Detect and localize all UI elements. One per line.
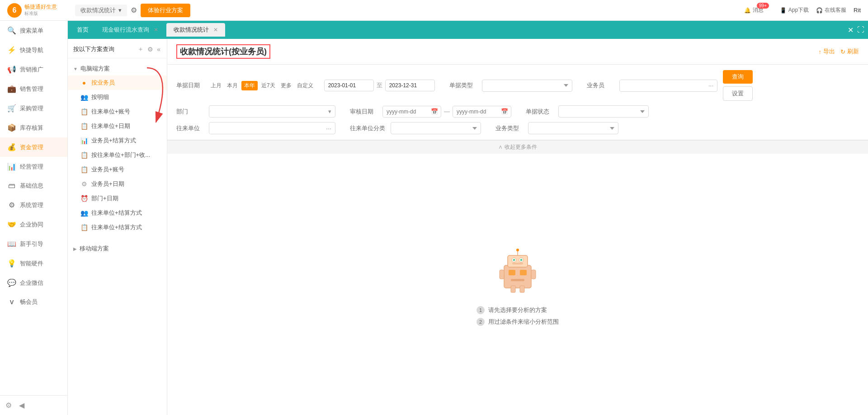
svg-rect-7 <box>520 286 524 292</box>
biz-type-select[interactable] <box>528 122 618 134</box>
counterpart-category-select[interactable] <box>391 122 481 134</box>
svg-rect-0 <box>504 265 531 288</box>
scheme-label-unit-dept: 按往来单位+部门+收... <box>91 151 150 159</box>
scheme-item-unit-date[interactable]: 📋 往来单位+日期 <box>68 119 167 133</box>
page-title: 收款情况统计(按业务员) <box>176 44 270 59</box>
scheme-label-salesman-date: 业务员+日期 <box>91 180 124 188</box>
btn-last-month[interactable]: 上月 <box>209 81 223 90</box>
export-button[interactable]: ↑ 导出 <box>819 47 835 56</box>
salesman-settle-icon: 📊 <box>80 137 88 144</box>
query-button[interactable]: 查询 <box>723 70 753 84</box>
sidebar-item-basic-info[interactable]: 🗃 基础信息 <box>0 176 67 195</box>
audit-calendar-from-icon[interactable]: 📅 <box>428 108 441 115</box>
scheme-item-by-detail[interactable]: 👥 按明细 <box>68 90 167 104</box>
svg-point-15 <box>516 249 519 251</box>
sidebar-item-guide[interactable]: 📖 新手引导 <box>0 234 67 254</box>
sidebar-label-inventory: 库存核算 <box>20 124 43 132</box>
scheme-item-unit-dept-collect[interactable]: 📋 按往来单位+部门+收... <box>68 148 167 162</box>
breadcrumb-arrow: ▾ <box>118 7 122 14</box>
salesman-input[interactable] <box>620 80 705 91</box>
filter-area: 单据日期 上月 本月 本年 近7天 更多 自定义 至 <box>167 65 868 140</box>
sidebar-collapse-button[interactable]: ◀‍ <box>17 399 26 411</box>
tab-collection-close[interactable]: ✕ <box>213 27 218 33</box>
salesman-date-icon: ⚙ <box>80 180 88 188</box>
main-layout: 🔍 搜索菜单 ⚡ 快捷导航 📢 营销推广 💼 销售管理 🛒 采购管理 📦 库存核… <box>0 21 868 415</box>
app-badge: 标准版 <box>24 10 57 17</box>
sidebar-item-search[interactable]: 🔍 搜索菜单 <box>0 21 67 40</box>
btn-last-7-days[interactable]: 近7天 <box>259 81 277 90</box>
scheme-label-salesman-account: 业务员+账号 <box>91 165 124 174</box>
settings-btn[interactable]: 设置 <box>723 86 753 101</box>
counterpart-input[interactable] <box>209 123 322 134</box>
add-scheme-button[interactable]: ＋ <box>137 44 145 54</box>
step-2-text: 用过滤条件来缩小分析范围 <box>488 318 559 326</box>
empty-illustration <box>491 243 545 297</box>
scheme-item-salesman-account[interactable]: 📋 业务员+账号 <box>68 162 167 177</box>
sidebar-item-finance[interactable]: 💰 资金管理 <box>0 137 67 157</box>
svg-rect-4 <box>500 270 504 279</box>
sidebar-item-hardware[interactable]: 💡 智能硬件 <box>0 254 67 273</box>
btn-custom-date[interactable]: 自定义 <box>295 81 315 90</box>
member-icon: V <box>7 299 16 306</box>
collapse-bar[interactable]: ∧ 收起更多条件 <box>167 140 868 154</box>
sidebar-item-quick-nav[interactable]: ⚡ 快捷导航 <box>0 40 67 60</box>
btn-this-year[interactable]: 本年 <box>241 81 258 90</box>
date-to-input[interactable] <box>385 80 435 91</box>
app-download-area[interactable]: 📱 App下载 <box>780 6 809 14</box>
sidebar-item-purchase[interactable]: 🛒 采购管理 <box>0 99 67 118</box>
counterpart-more-button[interactable]: ··· <box>322 125 335 132</box>
scheme-settings-button[interactable]: ⚙ <box>146 45 154 54</box>
sidebar-item-sales[interactable]: 💼 销售管理 <box>0 79 67 99</box>
user-area[interactable]: Rit <box>854 7 861 14</box>
date-from-input[interactable] <box>324 80 374 91</box>
scheme-item-salesman-settle[interactable]: 📊 业务员+结算方式 <box>68 133 167 148</box>
tab-collection[interactable]: 收款情况统计 ✕ <box>166 23 225 37</box>
tab-cashflow-close[interactable]: ✕ <box>154 27 158 33</box>
tab-home-label: 首页 <box>77 26 89 33</box>
search-icon: 🔍 <box>7 26 16 35</box>
tab-close-window-button[interactable]: ✕ <box>848 26 854 34</box>
btn-this-month[interactable]: 本月 <box>225 81 240 90</box>
tab-home[interactable]: 首页 <box>71 23 94 37</box>
btn-more-date[interactable]: 更多 <box>279 81 293 90</box>
scheme-item-dept-date[interactable]: ⏰ 部门+日期 <box>68 191 167 206</box>
audit-calendar-to-icon[interactable]: 📅 <box>498 108 511 115</box>
voucher-status-select[interactable] <box>558 105 649 118</box>
export-icon: ↑ <box>819 48 822 55</box>
mobile-arrow-icon: ▶ <box>73 246 77 251</box>
voucher-type-select[interactable] <box>482 80 572 92</box>
notification-area[interactable]: 🔔 消息 99+ <box>744 6 764 14</box>
sidebar-item-wechat[interactable]: 💬 企业微信 <box>0 273 67 292</box>
tab-cashflow[interactable]: 现金银行流水查询 ✕ <box>95 23 165 37</box>
sidebar-item-member[interactable]: V 畅会员 <box>0 292 67 311</box>
scheme-item-unit-settle1[interactable]: 👥 往来单位+结算方式 <box>68 206 167 220</box>
sidebar-item-collab[interactable]: 🤝 企业协同 <box>0 215 67 234</box>
pc-arrow-icon: ▼ <box>73 66 78 71</box>
collapse-panel-button[interactable]: « <box>156 45 161 54</box>
scheme-item-unit-account[interactable]: 📋 往来单位+账号 <box>68 104 167 119</box>
refresh-button[interactable]: ↻ 刷新 <box>840 47 859 56</box>
mobile-section-label: 移动端方案 <box>80 245 109 253</box>
tab-maximize-button[interactable]: ⛶ <box>857 26 864 34</box>
scheme-item-unit-settle2[interactable]: 📋 往来单位+结算方式 <box>68 220 167 235</box>
trial-button[interactable]: 体验行业方案 <box>141 4 190 17</box>
audit-to-input[interactable] <box>453 106 498 117</box>
audit-from-input[interactable] <box>383 106 428 117</box>
sidebar-item-inventory[interactable]: 📦 库存核算 <box>0 118 67 137</box>
sidebar-item-system[interactable]: ⚙ 系统管理 <box>0 195 67 215</box>
dept-input[interactable] <box>209 106 325 117</box>
finance-icon: 💰 <box>7 143 16 151</box>
scheme-item-salesman-date[interactable]: ⚙ 业务员+日期 <box>68 177 167 191</box>
sidebar-item-operation[interactable]: 📊 经营管理 <box>0 157 67 176</box>
settings-button[interactable]: ⚙ <box>131 6 137 14</box>
sidebar-label-member: 畅会员 <box>20 298 38 306</box>
pc-schemes-title[interactable]: ▼ 电脑端方案 <box>68 62 167 75</box>
salesman-more-button[interactable]: ··· <box>705 82 717 89</box>
online-service-area[interactable]: 🎧 在线客服 <box>816 6 846 14</box>
sidebar-label-search: 搜索菜单 <box>20 27 43 35</box>
sidebar-settings-button[interactable]: ⚙ <box>4 399 14 411</box>
scheme-item-by-salesman[interactable]: ● 按业务员 <box>68 75 167 90</box>
operation-icon: 📊 <box>7 162 16 171</box>
sidebar-item-marketing[interactable]: 📢 营销推广 <box>0 60 67 79</box>
mobile-schemes-title[interactable]: ▶ 移动端方案 <box>68 242 167 255</box>
